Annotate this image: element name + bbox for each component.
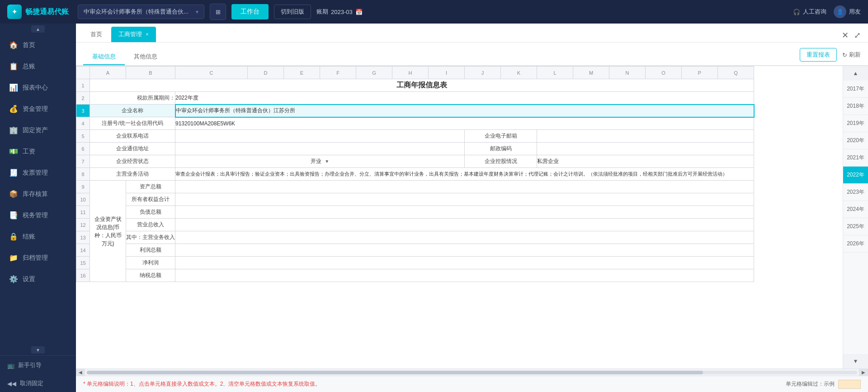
- year-panel-down[interactable]: ▼: [843, 354, 868, 368]
- year-item-2017[interactable]: 2017年: [843, 81, 868, 98]
- bottom-bar: * 单元格编辑说明：1、点击单元格直接录入数值或文本。2、清空单元格数值或文本恢…: [76, 376, 868, 392]
- bottom-right: 单元格编辑过：示例: [786, 380, 861, 389]
- table-row: 16 纳税总额: [76, 269, 754, 282]
- col-header-f[interactable]: F: [320, 67, 356, 79]
- col-header-k[interactable]: K: [501, 67, 537, 79]
- sidebar-item-assets-label: 固定资产: [23, 126, 48, 134]
- row-num-12: 12: [76, 219, 90, 231]
- sidebar-down-arrow-icon[interactable]: ▼: [31, 346, 45, 354]
- cell-13-mainrev-value[interactable]: [175, 231, 754, 244]
- col-header-i[interactable]: I: [429, 67, 465, 79]
- cell-16-tax-value[interactable]: [175, 269, 754, 282]
- cell-3-value[interactable]: 中审众环会计师事务所（特殊普通合伙）江苏分所: [175, 105, 754, 117]
- sidebar-item-ledger[interactable]: 📋 总账: [0, 56, 76, 77]
- col-header-l[interactable]: L: [537, 67, 573, 79]
- company-info-button[interactable]: ⊞: [210, 4, 226, 20]
- reset-report-button[interactable]: 重置报表: [800, 48, 837, 62]
- period-label: 账期: [316, 8, 328, 16]
- row-num-9: 9: [76, 181, 90, 193]
- sidebar-item-finance[interactable]: 💰 资金管理: [0, 98, 76, 120]
- cell-7-holding-value[interactable]: 私营企业: [537, 155, 754, 168]
- sidebar-pin[interactable]: ◀◀ 取消固定: [0, 375, 76, 392]
- cell-6-postcode-value[interactable]: [537, 143, 754, 155]
- sidebar-newuser[interactable]: 📺 新手引导: [0, 355, 76, 375]
- hscroll-right-icon[interactable]: ▶: [859, 369, 868, 376]
- cell-14-profit-value[interactable]: [175, 244, 754, 257]
- year-item-2023[interactable]: 2023年: [843, 184, 868, 201]
- cell-9-assets-value[interactable]: [175, 181, 754, 193]
- cell-12-rev-value[interactable]: [175, 219, 754, 231]
- cell-7-status-value[interactable]: 开业 ▼: [175, 155, 465, 168]
- sidebar-item-archive[interactable]: 📁 归档管理: [0, 247, 76, 268]
- sidebar-item-tax[interactable]: 📑 税务管理: [0, 205, 76, 226]
- tab-business[interactable]: 工商管理 ×: [111, 27, 156, 42]
- cell-1-title[interactable]: 工商年报信息表: [90, 79, 754, 92]
- tab-home[interactable]: 首页: [83, 27, 109, 42]
- workbench-button[interactable]: 工作台: [231, 4, 269, 19]
- spreadsheet-container[interactable]: A B C D E F G H I J K L: [76, 66, 843, 368]
- calendar-icon[interactable]: 📅: [355, 9, 363, 15]
- sidebar-item-settings[interactable]: ⚙️ 设置: [0, 268, 76, 290]
- col-header-c[interactable]: C: [175, 67, 248, 79]
- year-item-2019[interactable]: 2019年: [843, 115, 868, 132]
- col-header-p[interactable]: P: [682, 67, 718, 79]
- sidebar-item-salary[interactable]: 💵 工资: [0, 141, 76, 162]
- tab-expand-icon[interactable]: ⤢: [854, 30, 861, 40]
- cell-5-phone-value[interactable]: [175, 130, 465, 143]
- cell-10-equity-value[interactable]: [175, 193, 754, 206]
- hscroll-left-icon[interactable]: ◀: [76, 369, 85, 376]
- year-item-2025[interactable]: 2025年: [843, 218, 868, 235]
- cell-6-address-value[interactable]: [175, 143, 465, 155]
- subtab-basic[interactable]: 基础信息: [83, 49, 125, 65]
- tab-bar-right: ✕ ⤢: [842, 30, 861, 42]
- col-header-o[interactable]: O: [646, 67, 682, 79]
- year-item-2022[interactable]: 2022年: [843, 167, 868, 184]
- sidebar-item-close[interactable]: 🔒 结账: [0, 226, 76, 247]
- sidebar-item-inventory[interactable]: 📦 库存核算: [0, 183, 76, 205]
- hscroll-track[interactable]: [87, 371, 857, 374]
- hscroll-thumb[interactable]: [87, 371, 703, 374]
- user-button[interactable]: 👤 用友: [834, 5, 861, 18]
- col-header-d[interactable]: D: [248, 67, 284, 79]
- sidebar-item-invoice[interactable]: 🧾 发票管理: [0, 162, 76, 183]
- cell-15-netprofit-value[interactable]: [175, 257, 754, 269]
- col-header-j[interactable]: J: [465, 67, 501, 79]
- edited-sample: [838, 380, 861, 389]
- col-header-n[interactable]: N: [609, 67, 646, 79]
- sidebar-scroll-up[interactable]: ▲: [0, 24, 76, 34]
- year-item-2026[interactable]: 2026年: [843, 235, 868, 253]
- sidebar-item-assets[interactable]: 🏢 固定资产: [0, 120, 76, 141]
- tab-close-all-icon[interactable]: ✕: [842, 30, 849, 40]
- refresh-button[interactable]: ↻ 刷新: [842, 51, 861, 59]
- status-dropdown-icon[interactable]: ▼: [325, 159, 329, 164]
- tab-close-icon[interactable]: ×: [146, 31, 149, 38]
- col-header-b[interactable]: B: [126, 67, 175, 79]
- user-avatar: 👤: [834, 5, 846, 18]
- sidebar-up-arrow-icon[interactable]: ▲: [31, 25, 45, 33]
- year-item-2018[interactable]: 2018年: [843, 98, 868, 115]
- subtab-other[interactable]: 其他信息: [125, 49, 166, 65]
- cell-5-email-value[interactable]: [537, 130, 754, 143]
- col-header-e[interactable]: E: [284, 67, 320, 79]
- cell-2-value[interactable]: 2022年度: [175, 92, 754, 105]
- year-item-2024[interactable]: 2024年: [843, 201, 868, 218]
- year-item-2021[interactable]: 2021年: [843, 149, 868, 167]
- company-selector[interactable]: 中审众环会计师事务所（特殊普通合伙... ▼: [78, 5, 204, 19]
- cell-4-value[interactable]: 91320100MA208E5W6K: [175, 117, 754, 130]
- col-header-h[interactable]: H: [392, 67, 429, 79]
- col-header-q[interactable]: Q: [718, 67, 754, 79]
- sidebar-item-reports[interactable]: 📊 报表中心: [0, 77, 76, 98]
- col-header-a[interactable]: A: [90, 67, 126, 79]
- cell-8-main-value[interactable]: 审查企业会计报表；出具审计报告；验证企业资本；出具验资报告；办理企业合并、分立、…: [175, 168, 754, 181]
- year-panel-up[interactable]: ▲: [843, 66, 868, 81]
- year-item-2020[interactable]: 2020年: [843, 132, 868, 149]
- switch-version-button[interactable]: 切到旧版: [274, 5, 311, 19]
- support-button[interactable]: 🎧 人工咨询: [793, 8, 826, 16]
- col-header-g[interactable]: G: [356, 67, 392, 79]
- col-header-m[interactable]: M: [573, 67, 609, 79]
- sidebar-scroll-down[interactable]: ▼: [0, 344, 76, 355]
- cell-11-liab-value[interactable]: [175, 206, 754, 219]
- sidebar-item-home[interactable]: 🏠 首页: [0, 34, 76, 56]
- sidebar-pin-label: 取消固定: [20, 379, 43, 387]
- page-content: 基础信息 其他信息 重置报表 ↻ 刷新: [76, 43, 868, 392]
